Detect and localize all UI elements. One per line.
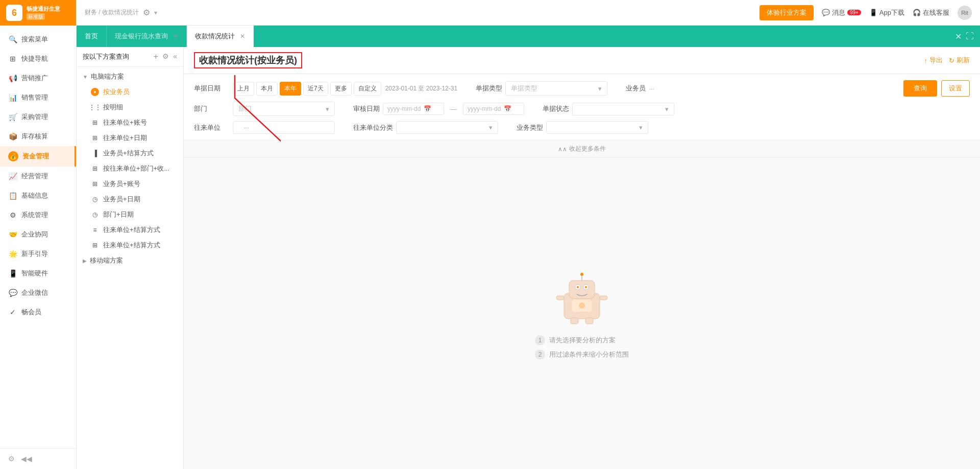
tip-text-2: 用过滤条件来缩小分析范围 xyxy=(549,350,629,359)
sidebar-item-finance[interactable]: 💰 资金管理 xyxy=(0,146,76,167)
scheme-settings-icon[interactable]: ⚙ xyxy=(162,52,169,61)
sidebar-item-system[interactable]: ⚙ 系统管理 xyxy=(0,205,76,225)
date-btn-last-month[interactable]: 上月 xyxy=(233,82,254,96)
scheme-item-by-staff[interactable]: ● 按业务员 xyxy=(77,84,183,100)
review-date-container: 审核日期 yyyy-mm-dd 📅 — yyyy-mm-dd 📅 xyxy=(353,103,524,115)
footer-settings-btn[interactable]: ⚙ xyxy=(8,455,15,463)
scheme-item-staff-date[interactable]: ◷ 业务员+日期 xyxy=(77,192,183,207)
sidebar-item-business[interactable]: 📈 经营管理 xyxy=(0,167,76,186)
sidebar-item-enterprise[interactable]: 🤝 企业协同 xyxy=(0,225,76,244)
bill-type-dropdown-icon: ▾ xyxy=(598,85,602,92)
bill-type-value: 单据类型 xyxy=(511,84,537,93)
tab-home-label: 首页 xyxy=(85,32,98,41)
sidebar-item-guide[interactable]: 🌟 新手引导 xyxy=(0,244,76,264)
scheme-item-dept-date[interactable]: ◷ 部门+日期 xyxy=(77,207,183,222)
message-icon: 💬 xyxy=(822,9,830,16)
collapse-row[interactable]: ∧∧ 收起更多条件 xyxy=(184,140,980,158)
date-btn-this-month[interactable]: 本月 xyxy=(256,82,278,96)
tab-close-all-icon[interactable]: ✕ xyxy=(955,32,962,41)
tab-expand-icon[interactable]: ⛶ xyxy=(966,32,974,41)
scheme-item-partner-account[interactable]: ⊞ 往来单位+账号 xyxy=(77,115,183,130)
sidebar-item-sales[interactable]: 📊 销售管理 xyxy=(0,88,76,107)
date-btn-this-year[interactable]: 本年 xyxy=(280,82,301,96)
user-avatar[interactable]: Rit xyxy=(958,6,972,20)
sidebar-item-marketing[interactable]: 📢 营销推广 xyxy=(0,68,76,88)
date-btn-more[interactable]: 更多 xyxy=(330,82,352,96)
scheme-item-partner-dept[interactable]: ⊞ 按往来单位+部门+收... xyxy=(77,161,183,176)
partner-select[interactable]: ··· xyxy=(233,121,335,134)
scheme-item-label: 业务员+结算方式 xyxy=(103,149,154,158)
app-download-icon: 📱 xyxy=(869,9,877,16)
refresh-button[interactable]: ↻ 刷新 xyxy=(949,56,970,65)
partner-category-select[interactable]: ▾ xyxy=(396,121,498,134)
empty-tip-2: 2 用过滤条件来缩小分析范围 xyxy=(535,349,629,360)
header-gear-icon[interactable]: ⚙ xyxy=(143,8,150,17)
scheme-group-arrow: ▼ xyxy=(83,74,88,80)
page-header-actions: ↑ 导出 ↻ 刷新 xyxy=(924,56,970,65)
review-date-end[interactable]: yyyy-mm-dd 📅 xyxy=(463,103,524,115)
sidebar-nav: 🔍 搜索菜单 ⊞ 快捷导航 📢 营销推广 📊 销售管理 🛒 采购管理 📦 库存核… xyxy=(0,26,76,448)
settings-button[interactable]: 设置 xyxy=(941,80,970,97)
sidebar-item-wechat[interactable]: 💬 企业微信 xyxy=(0,283,76,302)
scheme-item-partner-settle2[interactable]: ⊞ 往来单位+结算方式 xyxy=(77,238,183,253)
sidebar-item-member[interactable]: ✓ 畅会员 xyxy=(0,302,76,322)
header-left: 财务 / 收款情况统计 ⚙ ▾ xyxy=(85,8,157,17)
tab-bar: 首页 现金银行流水查询 ✕ 收款情况统计 ✕ ✕ ⛶ xyxy=(77,26,980,47)
date-btn-custom[interactable]: 自定义 xyxy=(354,82,381,96)
footer-collapse-btn[interactable]: ◀◀ xyxy=(21,455,32,463)
tab-bank-flow[interactable]: 现金银行流水查询 ✕ xyxy=(107,26,187,47)
query-button[interactable]: 查询 xyxy=(903,80,937,97)
dept-label: 部门 xyxy=(194,104,225,113)
export-button[interactable]: ↑ 导出 xyxy=(924,56,943,65)
empty-state-area: 1 请先选择要分析的方案 2 用过滤条件来缩小分析范围 xyxy=(184,158,980,469)
bill-type-container: 单据类型 单据类型 ▾ xyxy=(476,81,607,96)
svg-point-5 xyxy=(585,286,587,288)
scheme-item-by-detail[interactable]: ⋮⋮ 按明细 xyxy=(77,100,183,115)
partner-more-icon[interactable]: ··· xyxy=(243,124,249,131)
partner-category-dropdown-icon: ▾ xyxy=(489,124,493,131)
date-btn-7days[interactable]: 近7天 xyxy=(303,82,328,96)
scheme-item-partner-settle1[interactable]: ≡ 往来单位+结算方式 xyxy=(77,222,183,238)
tab-home[interactable]: 首页 xyxy=(77,26,107,47)
bill-type-select[interactable]: 单据类型 ▾ xyxy=(505,81,607,96)
scheme-item-staff-settle[interactable]: ▐ 业务员+结算方式 xyxy=(77,146,183,161)
scheme-collapse-icon[interactable]: « xyxy=(173,52,177,61)
bill-status-select[interactable]: ▾ xyxy=(572,103,674,115)
sidebar-item-label: 企业协同 xyxy=(21,230,48,239)
business-type-select[interactable]: ▾ xyxy=(546,121,648,134)
finance-icon: 💰 xyxy=(8,151,18,161)
review-date-label: 审核日期 xyxy=(353,104,380,113)
online-service-item[interactable]: 🎧 在线客服 xyxy=(913,8,949,17)
header-dropdown-icon[interactable]: ▾ xyxy=(154,9,157,16)
page-header: 收款情况统计(按业务员) ↑ 导出 ↻ 刷新 xyxy=(184,47,980,74)
sidebar-item-basic[interactable]: 📋 基础信息 xyxy=(0,186,76,205)
partner-label: 往来单位 xyxy=(194,123,225,132)
sidebar-item-label: 库存核算 xyxy=(21,132,48,141)
empty-tips: 1 请先选择要分析的方案 2 用过滤条件来缩小分析范围 xyxy=(535,335,629,360)
tab-receipt-stats-close-icon[interactable]: ✕ xyxy=(240,33,245,40)
scheme-add-icon[interactable]: + xyxy=(154,52,158,61)
sidebar-item-search-menu[interactable]: 🔍 搜索菜单 xyxy=(0,30,76,49)
sidebar-item-hardware[interactable]: 📱 智能硬件 xyxy=(0,264,76,283)
scheme-group-mobile-header[interactable]: ▶ 移动端方案 xyxy=(77,253,183,268)
scheme-item-staff-account[interactable]: ⊞ 业务员+账号 xyxy=(77,176,183,192)
tab-bank-flow-close-icon[interactable]: ✕ xyxy=(173,33,178,40)
scheme-group-desktop: ▼ 电脑端方案 ● 按业务员 ⋮⋮ 按明细 ⊞ 往来单位+账号 xyxy=(77,69,183,253)
sidebar-item-label: 智能硬件 xyxy=(21,269,48,278)
scheme-item-partner-date[interactable]: ⊞ 往来单位+日期 xyxy=(77,130,183,146)
demo-button[interactable]: 体验行业方案 xyxy=(760,5,814,20)
scheme-group-desktop-header[interactable]: ▼ 电脑端方案 xyxy=(77,69,183,84)
tip-text-1: 请先选择要分析的方案 xyxy=(549,336,616,345)
tab-receipt-stats[interactable]: 收款情况统计 ✕ xyxy=(187,26,254,47)
sidebar-item-quick-nav[interactable]: ⊞ 快捷导航 xyxy=(0,49,76,68)
scheme-item-list-icon: ⋮⋮ xyxy=(91,103,99,111)
header-right: 体验行业方案 💬 消息 99+ 📱 App下载 🎧 在线客服 Rit xyxy=(760,5,972,20)
sidebar-item-inventory[interactable]: 📦 库存核算 xyxy=(0,127,76,146)
staff-more-icon[interactable]: ··· xyxy=(649,85,654,92)
messages-item[interactable]: 💬 消息 99+ xyxy=(822,8,861,17)
sidebar-item-label: 营销推广 xyxy=(21,74,48,83)
dept-select[interactable]: 部门 ▾ xyxy=(233,102,335,116)
sidebar-item-purchase[interactable]: 🛒 采购管理 xyxy=(0,107,76,127)
app-download-item[interactable]: 📱 App下载 xyxy=(869,8,904,17)
review-date-start[interactable]: yyyy-mm-dd 📅 xyxy=(383,103,444,115)
